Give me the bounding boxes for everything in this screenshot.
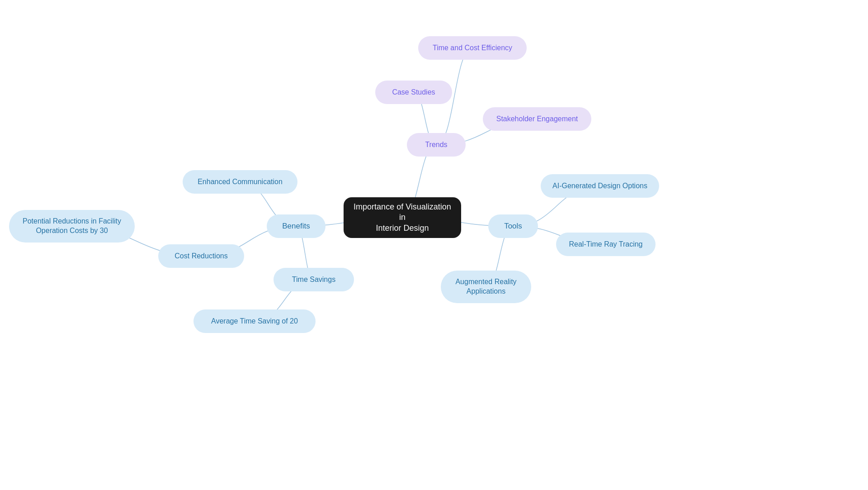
cost-reductions-node: Cost Reductions (158, 244, 244, 268)
stakeholder-node: Stakeholder Engagement (483, 107, 591, 131)
enhanced-comm-node: Enhanced Communication (183, 170, 297, 194)
case-studies-node: Case Studies (375, 81, 452, 104)
time-savings-node: Time Savings (274, 268, 354, 291)
potential-reductions-node: Potential Reductions in FacilityOperatio… (9, 210, 135, 243)
tools-node: Tools (488, 214, 538, 238)
avg-time-saving-node: Average Time Saving of 20 (193, 309, 316, 333)
benefits-node: Benefits (267, 214, 326, 238)
center-node: Importance of Visualization inInterior D… (344, 197, 461, 238)
ai-generated-node: AI-Generated Design Options (541, 174, 659, 198)
trends-node: Trends (407, 133, 466, 157)
ar-apps-node: Augmented RealityApplications (441, 271, 531, 303)
ray-tracing-node: Real-Time Ray Tracing (556, 233, 656, 256)
mindmap-connections (0, 0, 868, 490)
time-cost-node: Time and Cost Efficiency (418, 36, 527, 60)
